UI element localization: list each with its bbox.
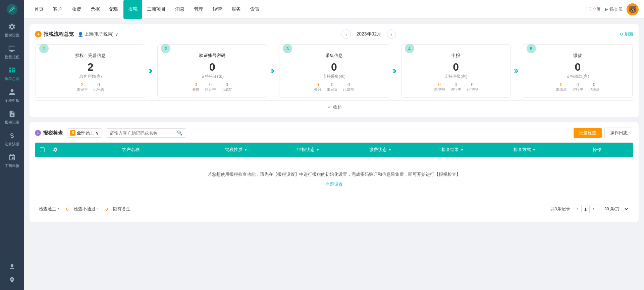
nav-messages[interactable]: 消息	[170, 0, 189, 19]
step4-fail-val: 0	[434, 82, 445, 87]
step-title-5: 缴款	[573, 53, 582, 59]
sidebar-download[interactable]	[0, 261, 24, 273]
collapse-button[interactable]: 收起	[35, 101, 633, 112]
sidebar-item-tax-settings[interactable]: 报税设置	[0, 19, 24, 41]
th-tax-type-filter-icon[interactable]: ▼	[244, 148, 248, 152]
check-header: ○ 报税检查 员 全部员工 ∨ 🔍 批量检查 操作日志	[35, 128, 633, 138]
sidebar: 报税设置 批量报税 报税总览 个税申报 报税记录 汇算清缴 工商	[0, 0, 24, 290]
nav-business[interactable]: 工商项目	[142, 0, 170, 19]
step-stats-1: 2 未完善 0 已完善	[77, 82, 104, 92]
sidebar-location[interactable]	[0, 274, 24, 286]
step-title-3: 采集信息	[325, 53, 343, 59]
sidebar-item-batch-tax[interactable]: 批量报税	[0, 41, 24, 62]
fullscreen-icon: ⛶	[586, 7, 591, 12]
nav-accounting[interactable]: 记账	[105, 0, 123, 19]
step-title-2: 验证账号密码	[199, 53, 225, 59]
nav-invoices[interactable]: 票据	[86, 0, 105, 19]
step4-success-label: 已申报	[467, 87, 478, 92]
record-icon	[7, 109, 17, 119]
step5-success-label: 已缴款	[589, 87, 600, 92]
operation-log-button[interactable]: 操作日志	[604, 128, 633, 138]
th-check-method-filter-icon[interactable]: ▼	[532, 148, 536, 152]
header-checkbox[interactable]	[40, 147, 45, 152]
table-settings-icon[interactable]	[53, 147, 58, 152]
step5-mid-label: 进行中	[572, 87, 583, 92]
settlement-icon	[7, 131, 17, 140]
vip-icon: ▶	[605, 7, 608, 12]
batch-check-button[interactable]: 批量检查	[574, 128, 602, 138]
total-records: 共0条记录	[550, 206, 570, 212]
sidebar-item-personal-tax[interactable]: 个税申报	[0, 84, 24, 106]
settings-icon	[7, 22, 17, 31]
employee-filter[interactable]: 员 全部员工 ∨	[67, 128, 102, 138]
step-arrow-3-4	[390, 44, 400, 98]
step2-fail-val: 0	[192, 82, 200, 87]
per-page-select[interactable]: 30 条/页 50 条/页 100 条/页	[601, 205, 629, 213]
sidebar-label-tax-overview: 报税总览	[5, 76, 19, 81]
step-arrow-2-3	[268, 44, 278, 98]
sidebar-label-personal-tax: 个税申报	[5, 98, 19, 103]
prev-month-btn[interactable]: ‹	[341, 29, 351, 39]
step2-success-label: 已成功	[221, 87, 232, 92]
nav-tax[interactable]: 报税	[123, 0, 142, 19]
sidebar-item-annual-report[interactable]: 工商年报	[0, 149, 24, 171]
sidebar-item-tax-overview[interactable]: 报税总览	[0, 62, 24, 84]
flow-location[interactable]: 👤 上海(电子税局) ∨	[78, 31, 118, 37]
step1-success-val: 0	[93, 82, 104, 87]
th-report-status-filter-icon[interactable]: ▼	[316, 148, 320, 152]
next-month-btn[interactable]: ›	[387, 29, 396, 39]
filter-arrow-icon: ∨	[96, 131, 99, 136]
nav-fees[interactable]: 收费	[67, 0, 86, 19]
monitor-icon	[7, 44, 17, 53]
prev-page-btn[interactable]: ‹	[573, 205, 582, 213]
nav-customer[interactable]: 客户	[48, 0, 67, 19]
check-pass-val[interactable]: 0	[66, 207, 68, 212]
refresh-button[interactable]: ↻ 刷新	[620, 31, 633, 37]
content-area: + 报税流程总览 👤 上海(电子税局) ∨ ‹ 2023年02月 › ↻ 刷新	[24, 19, 644, 290]
nav-operations[interactable]: 经营	[208, 0, 227, 19]
collapse-label: 收起	[333, 104, 342, 110]
main-area: 首页 客户 收费 票据 记账 报税 工商项目 消息 管理 经营 服务 设置 ⛶ …	[24, 0, 644, 290]
check-actions: 批量检查 操作日志	[574, 128, 633, 138]
sidebar-label-settlement: 汇算清缴	[5, 142, 19, 147]
step5-fail-val: 0	[556, 82, 567, 87]
step-title-4: 申报	[451, 53, 460, 59]
step-arrow-4-5	[512, 44, 522, 98]
employee-icon: 员	[70, 130, 75, 136]
vip-btn[interactable]: ▶ 畅会员	[605, 6, 623, 12]
sidebar-item-settlement[interactable]: 汇算清缴	[0, 128, 24, 149]
sidebar-label-tax-record: 报税记录	[5, 120, 19, 125]
th-check-result-filter-icon[interactable]: ▼	[460, 148, 464, 152]
nav-settings[interactable]: 设置	[246, 0, 264, 19]
nav-services[interactable]: 服务	[227, 0, 246, 19]
step-stats-3: 0 失败 0 未采集 0 已成功	[314, 82, 354, 92]
fullscreen-btn[interactable]: ⛶ 全屏	[586, 6, 601, 12]
nav-home[interactable]: 首页	[30, 0, 48, 19]
step4-mid-val: 0	[450, 82, 462, 87]
flow-step-3: 3 采集信息 0 支持采集(家) 0 失败 0 未采集	[279, 44, 389, 98]
setup-link[interactable]: 立即设置	[325, 182, 343, 188]
step-number-4: 4	[405, 44, 414, 53]
check-pass-label: 检查通过：	[39, 206, 61, 212]
next-page-btn[interactable]: ›	[589, 205, 598, 213]
flow-overview-card: + 报税流程总览 👤 上海(电子税局) ∨ ‹ 2023年02月 › ↻ 刷新	[30, 24, 639, 117]
step3-success-label: 已成功	[343, 87, 354, 92]
search-button[interactable]: 🔍	[173, 129, 186, 137]
th-pay-status: 缴费状态 ▼	[344, 147, 417, 153]
empty-message: 若您想使用报税检查功能，请先在【报税设置】中进行报税的初始化设置，完成密码验证和…	[208, 170, 461, 179]
search-input[interactable]	[106, 129, 173, 137]
location-text: 上海(电子税局)	[85, 31, 114, 37]
step5-success-val: 0	[589, 82, 600, 87]
step-stats-5: 0 未缴款 0 进行中 0 已缴款	[556, 82, 600, 92]
step-subtitle-1: 总客户数(家)	[79, 74, 102, 79]
sidebar-logo[interactable]	[0, 0, 24, 19]
check-fail-val[interactable]: 0	[105, 207, 108, 212]
nav-management[interactable]: 管理	[189, 0, 208, 19]
th-pay-status-filter-icon[interactable]: ▼	[388, 148, 392, 152]
step1-success-label: 已完善	[93, 87, 104, 92]
step3-success-val: 0	[343, 82, 354, 87]
th-customer-name: 客户名称	[61, 147, 200, 153]
user-avatar[interactable]: 🐻	[627, 3, 639, 15]
step-arrow-1-2	[146, 44, 157, 98]
sidebar-item-tax-record[interactable]: 报税记录	[0, 106, 24, 128]
